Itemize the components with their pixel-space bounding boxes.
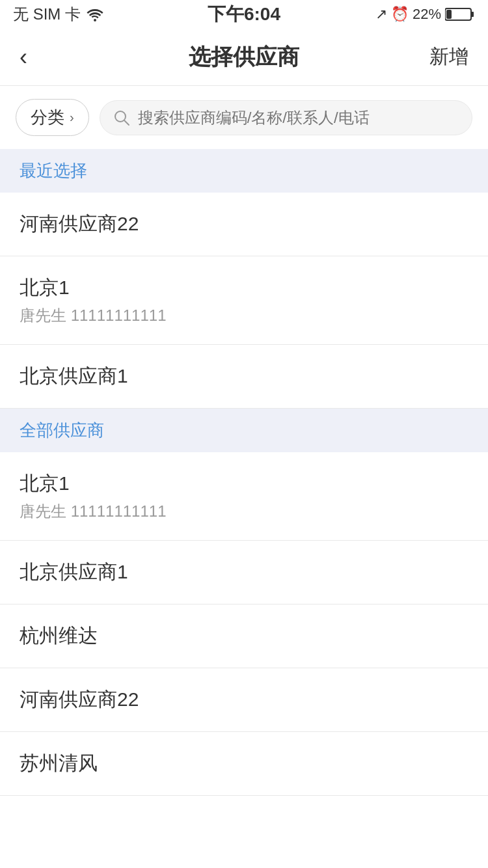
filter-bar: 分类 › [0, 86, 488, 149]
alarm-icon: ⏰ [391, 6, 409, 23]
list-item[interactable]: 河南供应商22 [0, 193, 488, 256]
list-item[interactable]: 杭州维达 [0, 604, 488, 668]
chevron-right-icon: › [70, 110, 74, 125]
section-header-all: 全部供应商 [0, 409, 488, 452]
search-input[interactable] [138, 109, 459, 127]
nav-bar: ‹ 选择供应商 新增 [0, 29, 488, 86]
supplier-name: 河南供应商22 [20, 686, 468, 713]
supplier-sub: 唐先生 11111111111 [20, 305, 468, 326]
list-item[interactable]: 苏州清风 [0, 732, 488, 796]
supplier-name: 杭州维达 [20, 623, 468, 649]
battery-text: 22% [413, 6, 441, 23]
svg-rect-1 [471, 12, 474, 17]
battery-icon [445, 7, 475, 21]
supplier-name: 苏州清风 [20, 750, 468, 777]
sections-container: 最近选择河南供应商22北京1唐先生 11111111111北京供应商1全部供应商… [0, 149, 488, 796]
supplier-sub: 唐先生 11111111111 [20, 501, 468, 522]
list-item[interactable]: 北京供应商1 [0, 345, 488, 409]
back-button[interactable]: ‹ [20, 44, 72, 71]
supplier-name: 北京供应商1 [20, 559, 468, 586]
status-time: 下午6:04 [208, 2, 280, 27]
page-title: 选择供应商 [72, 42, 416, 72]
no-sim-text: 无 SIM 卡 [13, 4, 81, 25]
status-left: 无 SIM 卡 [13, 4, 104, 25]
search-box [100, 100, 472, 135]
supplier-name: 北京1 [20, 275, 468, 301]
location-icon: ↗ [375, 6, 387, 23]
list-item[interactable]: 北京1唐先生 11111111111 [0, 452, 488, 541]
status-right: ↗ ⏰ 22% [375, 6, 475, 23]
section-header-recent: 最近选择 [0, 149, 488, 193]
category-label: 分类 [31, 106, 64, 129]
svg-rect-2 [446, 10, 452, 19]
wifi-icon [86, 7, 104, 21]
search-icon [113, 109, 130, 126]
list-item[interactable]: 河南供应商22 [0, 668, 488, 732]
supplier-name: 北京供应商1 [20, 363, 468, 390]
svg-line-4 [124, 120, 129, 125]
list-item[interactable]: 北京1唐先生 11111111111 [0, 256, 488, 345]
supplier-name: 北京1 [20, 470, 468, 497]
status-bar: 无 SIM 卡 下午6:04 ↗ ⏰ 22% [0, 0, 488, 29]
supplier-name: 河南供应商22 [20, 211, 468, 237]
category-button[interactable]: 分类 › [16, 99, 89, 136]
list-item[interactable]: 北京供应商1 [0, 541, 488, 604]
add-button[interactable]: 新增 [416, 44, 468, 70]
